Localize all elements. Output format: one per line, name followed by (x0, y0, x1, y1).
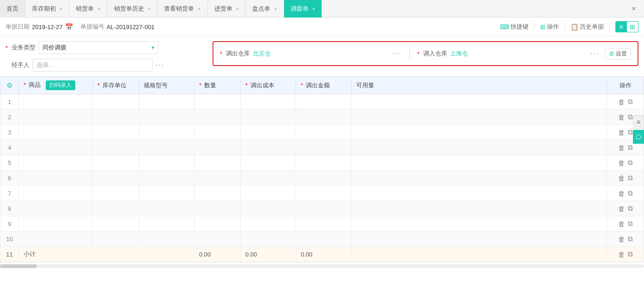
row-spec-5[interactable] (139, 155, 194, 171)
row-spec-9[interactable] (139, 216, 194, 232)
tab-sales-order-close[interactable]: × (97, 6, 100, 12)
tab-inventory-check[interactable]: 盘点单 × (246, 0, 284, 18)
row-product-1[interactable] (19, 94, 93, 110)
row-cost-6[interactable] (241, 171, 296, 186)
row-cost-9[interactable] (241, 216, 296, 232)
tab-sales-history[interactable]: 销货单历史 × (108, 0, 158, 18)
settings-button[interactable]: ⚙ 设置 (605, 48, 631, 60)
row-qty-4[interactable] (194, 140, 241, 155)
tab-view-sales-close[interactable]: × (198, 6, 200, 12)
tab-home[interactable]: 首页 (0, 0, 25, 18)
row-unit-2[interactable] (93, 110, 139, 125)
row-cost-3[interactable] (241, 125, 296, 140)
row-cost-2[interactable] (241, 110, 296, 125)
copy-icon-5[interactable]: ⧉ (628, 159, 633, 167)
delete-icon-7[interactable]: 🗑 (618, 189, 625, 197)
row-cost-5[interactable] (241, 155, 296, 171)
tab-inventory-init-close[interactable]: × (60, 6, 62, 12)
copy-icon-4[interactable]: ⧉ (628, 143, 633, 152)
row-product-3[interactable] (19, 125, 93, 140)
tab-sales-order[interactable]: 销货单 × (69, 0, 107, 18)
row-cost-4[interactable] (241, 140, 296, 155)
horizontal-scrollbar[interactable] (0, 264, 644, 268)
row-cost-10[interactable] (241, 232, 296, 247)
row-unit-4[interactable] (93, 140, 139, 155)
row-amount-8[interactable] (296, 201, 352, 216)
transfer-out-more-button[interactable]: ··· (393, 49, 402, 58)
row-unit-5[interactable] (93, 155, 139, 171)
row-product-5[interactable] (19, 155, 93, 171)
tab-view-sales[interactable]: 查看销货单 × (158, 0, 207, 18)
copy-icon-3[interactable]: ⧉ (628, 128, 633, 136)
handler-more-button[interactable]: ··· (155, 61, 164, 69)
row-qty-9[interactable] (194, 216, 241, 232)
row-amount-1[interactable] (296, 94, 352, 110)
tab-transfer-order-close[interactable]: × (312, 6, 315, 12)
row-unit-7[interactable] (93, 186, 139, 201)
delete-icon-5[interactable]: 🗑 (618, 159, 625, 167)
row-unit-1[interactable] (93, 94, 139, 110)
row-qty-8[interactable] (194, 201, 241, 216)
calendar-icon[interactable]: 📅 (65, 23, 73, 31)
row-spec-6[interactable] (139, 171, 194, 186)
delete-icon-6[interactable]: 🗑 (618, 174, 625, 182)
tab-purchase-order[interactable]: 进货单 × (208, 0, 246, 18)
list-layout-button[interactable]: ≡ (616, 22, 627, 32)
row-amount-10[interactable] (296, 232, 352, 247)
tab-sales-history-close[interactable]: × (148, 6, 151, 12)
table-gear-icon[interactable]: ⚙ (6, 81, 12, 90)
shortcuts-button[interactable]: ⌨ 快捷键 (500, 23, 529, 31)
copy-icon-2[interactable]: ⧉ (628, 113, 633, 121)
window-close-button[interactable]: × (628, 3, 639, 14)
row-amount-6[interactable] (296, 171, 352, 186)
row-product-2[interactable] (19, 110, 93, 125)
row-amount-5[interactable] (296, 155, 352, 171)
row-product-4[interactable] (19, 140, 93, 155)
copy-icon-1[interactable]: ⧉ (628, 98, 633, 106)
scrollbar-thumb[interactable] (0, 264, 37, 268)
biz-type-select[interactable]: 同价调拨 ▾ (38, 41, 158, 54)
float-export-button[interactable]: ⬡ (633, 130, 644, 144)
transfer-in-more-button[interactable]: ··· (590, 49, 599, 58)
row-spec-4[interactable] (139, 140, 194, 155)
row-qty-2[interactable] (194, 110, 241, 125)
row-spec-3[interactable] (139, 125, 194, 140)
delete-icon-1[interactable]: 🗑 (618, 98, 625, 106)
scan-entry-button[interactable]: 扫码录入 (46, 80, 75, 90)
row-qty-10[interactable] (194, 232, 241, 247)
subtotal-copy-icon[interactable]: ⧉ (628, 250, 633, 258)
delete-icon-9[interactable]: 🗑 (618, 220, 625, 228)
copy-icon-7[interactable]: ⧉ (628, 189, 633, 197)
tab-inventory-init[interactable]: 库存期初 × (25, 0, 69, 18)
row-spec-1[interactable] (139, 94, 194, 110)
tab-transfer-order[interactable]: 调拨单 × (284, 0, 322, 18)
delete-icon-3[interactable]: 🗑 (618, 128, 625, 136)
row-product-9[interactable] (19, 216, 93, 232)
row-qty-7[interactable] (194, 186, 241, 201)
row-unit-6[interactable] (93, 171, 139, 186)
row-qty-3[interactable] (194, 125, 241, 140)
subtotal-delete-icon[interactable]: 🗑 (618, 250, 625, 258)
row-unit-3[interactable] (93, 125, 139, 140)
row-amount-9[interactable] (296, 216, 352, 232)
row-spec-8[interactable] (139, 201, 194, 216)
tab-purchase-order-close[interactable]: × (236, 6, 239, 12)
row-amount-2[interactable] (296, 110, 352, 125)
row-product-10[interactable] (19, 232, 93, 247)
grid-layout-button[interactable]: ⊞ (627, 22, 638, 32)
copy-icon-10[interactable]: ⧉ (628, 235, 633, 243)
row-qty-5[interactable] (194, 155, 241, 171)
row-qty-6[interactable] (194, 171, 241, 186)
tab-inventory-check-close[interactable]: × (274, 6, 277, 12)
history-button[interactable]: 📋 历史单据 (571, 23, 604, 31)
row-unit-8[interactable] (93, 201, 139, 216)
row-qty-1[interactable] (194, 94, 241, 110)
row-product-7[interactable] (19, 186, 93, 201)
row-cost-8[interactable] (241, 201, 296, 216)
delete-icon-2[interactable]: 🗑 (618, 113, 625, 121)
operations-button[interactable]: ⊞ 操作 (540, 23, 559, 31)
delete-icon-10[interactable]: 🗑 (618, 235, 625, 243)
row-product-6[interactable] (19, 171, 93, 186)
row-amount-3[interactable] (296, 125, 352, 140)
row-product-8[interactable] (19, 201, 93, 216)
